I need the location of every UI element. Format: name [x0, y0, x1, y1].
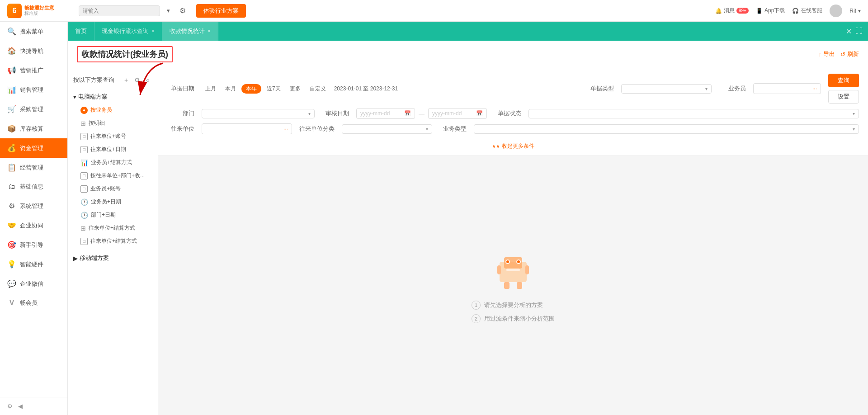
tab-collection-stats-close[interactable]: ×	[208, 28, 211, 34]
chat-icon: 💬	[7, 279, 16, 288]
doc-status-select[interactable]: ▾	[528, 109, 859, 118]
scheme-group-mobile-header[interactable]: ▶ 移动端方案	[68, 251, 158, 265]
user-avatar[interactable]	[830, 5, 842, 17]
clock-icon: 🕐	[80, 198, 88, 206]
collapse-icon: ∧∧	[492, 143, 500, 150]
chevron-down-icon: ▾	[426, 127, 428, 132]
empty-illustration: 1 请先选择要分析的方案 2 用过滤条件来缩小分析范围	[472, 248, 555, 323]
tab-close-all-icon[interactable]: ✕	[846, 27, 852, 36]
user-name[interactable]: Rit ▾	[849, 8, 861, 14]
scheme-item-label: 按往来单位+部门+收...	[90, 172, 145, 179]
left-panel: 按以下方案查询 + ⚙ « ▾ 电脑端方案 ● 按业务员	[68, 68, 158, 415]
sidebar-item-sales[interactable]: 📊 销售管理	[0, 80, 67, 99]
bar-chart-icon: 📊	[80, 159, 88, 166]
app-download-button[interactable]: 📱 App下载	[756, 7, 785, 14]
chevron-right-icon: ▶	[73, 255, 78, 262]
filter-settings-button[interactable]: 设置	[828, 90, 859, 104]
sidebar-item-operations[interactable]: 📋 经营管理	[0, 158, 67, 177]
partner-select[interactable]: ···	[202, 123, 292, 134]
scheme-item-salesman-account[interactable]: □ 业务员+账号	[68, 182, 158, 195]
breadcrumb-input[interactable]	[79, 5, 160, 16]
tab-bank-flow[interactable]: 现金银行流水查询 ×	[94, 22, 162, 41]
refresh-icon: ↺	[840, 51, 845, 58]
sidebar-item-system[interactable]: ⚙ 系统管理	[0, 196, 67, 216]
chevron-down-icon[interactable]: ▾	[164, 6, 173, 15]
sidebar-item-quick-nav[interactable]: 🏠 快捷导航	[0, 41, 67, 61]
date-tab-7days[interactable]: 近7天	[263, 84, 284, 94]
refresh-button[interactable]: ↺ 刷新	[840, 50, 859, 58]
business-type-select[interactable]: ▾	[474, 124, 859, 134]
department-select[interactable]: ▾	[202, 109, 315, 118]
trial-button[interactable]: 体验行业方案	[196, 4, 246, 18]
partner-category-select[interactable]: ▾	[342, 124, 432, 134]
scheme-item-partner-settle2[interactable]: □ 往来单位+结算方式	[68, 235, 158, 248]
review-date-start-input[interactable]: yyyy-mm-dd 📅	[356, 108, 415, 119]
date-tab-this-month[interactable]: 本月	[222, 84, 240, 94]
review-date-end-input[interactable]: yyyy-mm-dd 📅	[428, 108, 487, 119]
online-service-button[interactable]: 🎧 在线客服	[792, 7, 822, 14]
scheme-item-by-salesman[interactable]: ● 按业务员	[68, 104, 158, 117]
invoice-date-control: 上月 本月 本年 近7天 更多 自定义 2023-01-01 至 2023-12…	[202, 84, 580, 94]
collapse-button[interactable]: ∧∧ 收起更多条件	[492, 142, 534, 150]
app-logo: 6	[7, 4, 22, 18]
query-button[interactable]: 查询	[828, 74, 859, 87]
more-dots-icon: ···	[812, 85, 817, 92]
sidebar-item-basic[interactable]: 🗂 基础信息	[0, 177, 67, 196]
content-area: 首页 现金银行流水查询 × 收款情况统计 × ✕ ⛶ 收款情况统计(按业务员) …	[68, 22, 868, 415]
sidebar-item-purchase[interactable]: 🛒 采购管理	[0, 99, 67, 119]
scheme-item-label: 业务员+结算方式	[91, 159, 132, 166]
scheme-item-salesman-date[interactable]: 🕐 业务员+日期	[68, 195, 158, 208]
doc-type-select[interactable]: ▾	[621, 84, 712, 94]
scheme-item-salesman-settle[interactable]: 📊 业务员+结算方式	[68, 156, 158, 169]
date-tab-custom[interactable]: 自定义	[306, 84, 330, 94]
messages-button[interactable]: 🔔 消息 99+	[715, 7, 749, 14]
scheme-item-by-detail[interactable]: ⊞ 按明细	[68, 117, 158, 130]
scheme-group-desktop: ▾ 电脑端方案 ● 按业务员 ⊞ 按明细 □ 往来单位+账号	[68, 88, 158, 250]
scheme-item-partner-account[interactable]: □ 往来单位+账号	[68, 130, 158, 143]
sidebar-item-label: 采购管理	[20, 105, 43, 113]
date-tab-last-month[interactable]: 上月	[202, 84, 220, 94]
sidebar-item-inventory[interactable]: 📦 库存核算	[0, 119, 67, 138]
bottom-collapse-icon[interactable]: ◀	[18, 403, 23, 410]
filter-area: 单据日期 上月 本月 本年 近7天 更多 自定义 2023-01-01 至 20…	[158, 68, 868, 156]
settings-icon[interactable]: ⚙	[176, 5, 189, 17]
export-button[interactable]: ↑ 导出	[819, 50, 835, 58]
sidebar-item-smart-hw[interactable]: 💡 智能硬件	[0, 255, 67, 274]
add-scheme-button[interactable]: +	[122, 75, 131, 85]
scheme-item-partner-dept-collect[interactable]: □ 按往来单位+部门+收...	[68, 169, 158, 182]
tab-bank-flow-close[interactable]: ×	[151, 28, 155, 34]
svg-rect-9	[504, 282, 509, 289]
tab-home-label: 首页	[75, 27, 87, 35]
step-text-1: 请先选择要分析的方案	[484, 301, 543, 309]
tab-collection-stats[interactable]: 收款情况统计 ×	[162, 22, 218, 41]
tab-home[interactable]: 首页	[68, 22, 94, 41]
step-item-1: 1 请先选择要分析的方案	[472, 301, 555, 310]
sidebar-item-wechat[interactable]: 💬 企业微信	[0, 274, 67, 293]
scheme-group-desktop-header[interactable]: ▾ 电脑端方案	[68, 90, 158, 104]
scheme-item-label: 按业务员	[90, 106, 112, 114]
left-panel-header: 按以下方案查询 + ⚙ «	[68, 72, 158, 88]
bottom-settings-icon[interactable]: ⚙	[7, 403, 13, 410]
sidebar-item-guide[interactable]: 🎯 新手引导	[0, 235, 67, 255]
box-icon: 📦	[7, 124, 16, 133]
scheme-settings-icon[interactable]: ⚙	[132, 75, 142, 85]
svg-rect-10	[517, 282, 522, 289]
sidebar-item-member[interactable]: V 畅会员	[0, 293, 67, 312]
sidebar-item-label: 企业微信	[20, 280, 43, 288]
scheme-item-partner-date[interactable]: □ 往来单位+日期	[68, 143, 158, 156]
date-tab-more[interactable]: 更多	[286, 84, 304, 94]
scheme-item-partner-settle1[interactable]: ⊞ 往来单位+结算方式	[68, 222, 158, 235]
square-icon: □	[80, 172, 88, 179]
panel-collapse-icon[interactable]: «	[143, 75, 152, 85]
sidebar-item-capital[interactable]: 💰 资金管理	[0, 138, 67, 158]
business-type-label: 业务类型	[439, 125, 467, 133]
tab-expand-icon[interactable]: ⛶	[855, 27, 863, 35]
steps-list: 1 请先选择要分析的方案 2 用过滤条件来缩小分析范围	[472, 301, 555, 323]
sidebar-item-marketing[interactable]: 📢 营销推广	[0, 61, 67, 80]
sidebar-item-enterprise[interactable]: 🤝 企业协同	[0, 216, 67, 235]
salesman-select[interactable]: ···	[753, 83, 821, 94]
sidebar-item-search[interactable]: 🔍 搜索菜单	[0, 22, 67, 41]
date-tab-this-year[interactable]: 本年	[241, 84, 261, 94]
review-date-range: yyyy-mm-dd 📅 — yyyy-mm-dd 📅	[356, 108, 487, 119]
scheme-item-dept-date[interactable]: 🕐 部门+日期	[68, 208, 158, 222]
